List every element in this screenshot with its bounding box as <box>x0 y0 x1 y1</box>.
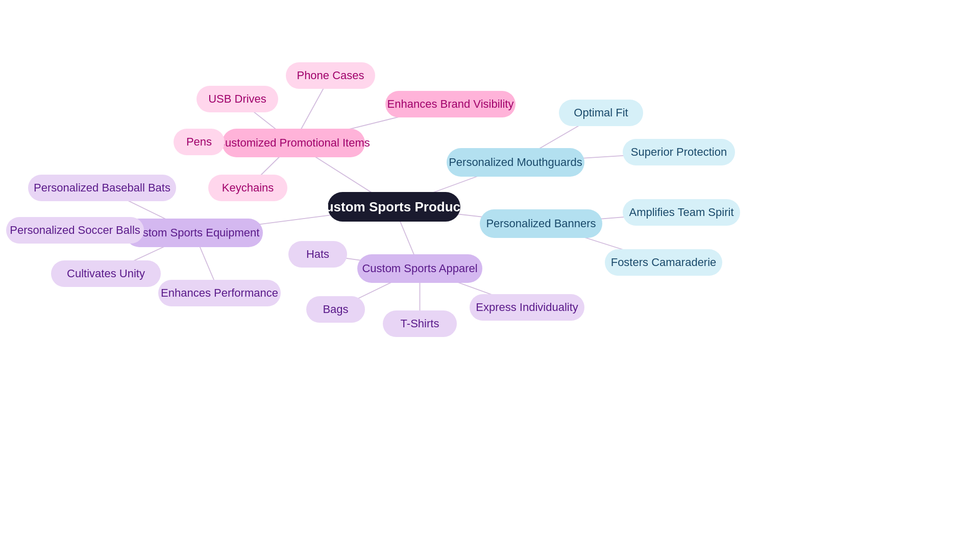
center-label: Custom Sports Products <box>316 199 472 215</box>
phone-cases-node: Phone Cases <box>286 62 375 89</box>
hats-label: Hats <box>306 248 329 261</box>
cultivates-unity-label: Cultivates Unity <box>67 267 145 280</box>
personalized-mouthguards-node: Personalized Mouthguards <box>447 148 584 177</box>
enhances-performance-node: Enhances Performance <box>158 280 281 306</box>
enhances-brand-label: Enhances Brand Visibility <box>387 98 514 111</box>
keychains-node: Keychains <box>208 175 287 201</box>
enhances-performance-label: Enhances Performance <box>161 286 278 300</box>
enhances-brand-node: Enhances Brand Visibility <box>385 91 516 117</box>
optimal-fit-label: Optimal Fit <box>574 106 628 119</box>
keychains-label: Keychains <box>222 181 274 195</box>
personalized-banners-label: Personalized Banners <box>486 217 596 230</box>
fosters-camaraderie-label: Fosters Camaraderie <box>611 256 717 269</box>
hats-node: Hats <box>288 241 347 268</box>
personalized-baseball-bats-label: Personalized Baseball Bats <box>34 181 170 195</box>
pens-label: Pens <box>186 135 212 149</box>
bags-label: Bags <box>323 303 348 316</box>
pens-node: Pens <box>174 129 225 155</box>
superior-protection-label: Superior Protection <box>631 146 727 159</box>
personalized-baseball-bats-node: Personalized Baseball Bats <box>28 175 176 201</box>
center-node: Custom Sports Products <box>328 192 460 222</box>
customized-promotional-node: Customized Promotional Items <box>222 129 365 157</box>
optimal-fit-node: Optimal Fit <box>559 100 643 126</box>
usb-drives-label: USB Drives <box>208 92 266 106</box>
cultivates-unity-node: Cultivates Unity <box>51 260 161 287</box>
customized-promotional-label: Customized Promotional Items <box>217 136 370 150</box>
express-individuality-label: Express Individuality <box>476 301 578 314</box>
usb-drives-node: USB Drives <box>197 86 278 112</box>
personalized-soccer-balls-node: Personalized Soccer Balls <box>6 217 144 244</box>
custom-sports-apparel-label: Custom Sports Apparel <box>362 262 477 275</box>
personalized-banners-node: Personalized Banners <box>480 209 602 238</box>
custom-sports-equipment-node: Custom Sports Equipment <box>125 219 263 247</box>
phone-cases-label: Phone Cases <box>297 69 364 82</box>
superior-protection-node: Superior Protection <box>623 139 735 165</box>
personalized-mouthguards-label: Personalized Mouthguards <box>449 156 582 169</box>
custom-sports-equipment-label: Custom Sports Equipment <box>129 226 260 239</box>
t-shirts-label: T-Shirts <box>401 317 439 330</box>
amplifies-team-spirit-node: Amplifies Team Spirit <box>623 199 740 226</box>
t-shirts-node: T-Shirts <box>383 310 457 337</box>
express-individuality-node: Express Individuality <box>470 294 584 321</box>
fosters-camaraderie-node: Fosters Camaraderie <box>605 249 722 276</box>
amplifies-team-spirit-label: Amplifies Team Spirit <box>629 206 734 219</box>
bags-node: Bags <box>306 296 365 323</box>
custom-sports-apparel-node: Custom Sports Apparel <box>357 254 482 283</box>
personalized-soccer-balls-label: Personalized Soccer Balls <box>10 224 140 237</box>
